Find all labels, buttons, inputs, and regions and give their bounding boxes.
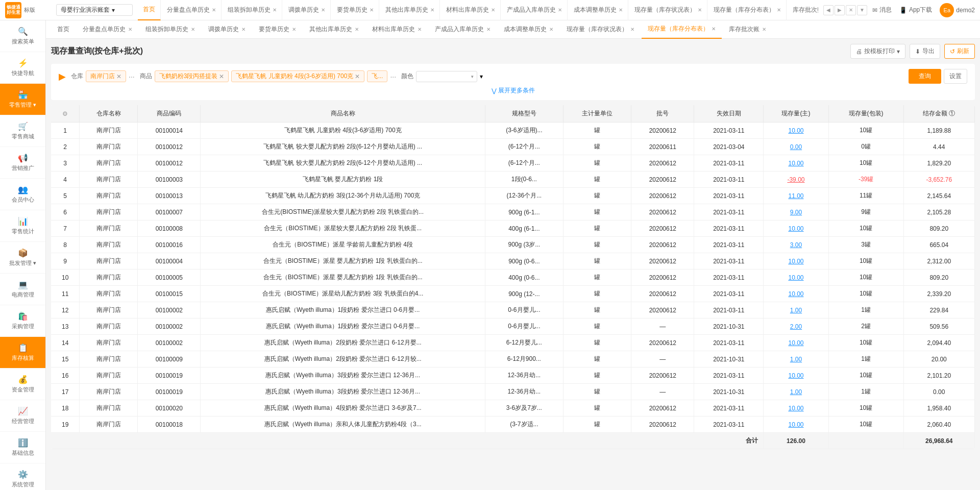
tab-prev-arrow[interactable]: ◀ (823, 5, 834, 15)
cell-qty-main[interactable]: 10.00 (764, 286, 828, 302)
cell-qty-main[interactable]: 10.00 (764, 416, 828, 433)
secondary-tab-close-batch_account2[interactable]: ✕ (762, 27, 766, 32)
secondary-tab-close-fen_pan2[interactable]: ✕ (128, 27, 132, 32)
secondary-tab-zu_chai2[interactable]: 组装拆卸单历史✕ (139, 20, 201, 39)
top-tab-close-product_in[interactable]: ✕ (558, 7, 562, 13)
cell-qty-main[interactable]: 10.00 (764, 253, 828, 270)
top-tab-fen_pan[interactable]: 分量盘点单历史✕ (162, 0, 222, 20)
qty-main-link[interactable]: 1.00 (790, 307, 802, 314)
app-download-btn[interactable]: 📱 App下载 (899, 6, 932, 14)
secondary-tab-close-stock_status2[interactable]: ✕ (630, 27, 634, 32)
sidebar-item-purchase_mgmt[interactable]: 🛍️采购管理 (0, 305, 45, 337)
cell-qty-main[interactable]: 3.00 (764, 237, 828, 253)
secondary-tab-close-material_out2[interactable]: ✕ (418, 27, 422, 32)
secondary-tab-home2[interactable]: 首页 (51, 20, 76, 39)
secondary-tab-cost_adj2[interactable]: 成本调整单历史✕ (498, 20, 559, 39)
sidebar-item-finance[interactable]: 💰资金管理 (0, 369, 45, 400)
top-tab-stock_dist[interactable]: 现存量（库存分布表）✕ (708, 0, 787, 20)
top-tab-close-diao_bo[interactable]: ✕ (321, 7, 325, 13)
cell-qty-main[interactable]: 2.00 (764, 318, 828, 335)
qty-main-link[interactable]: 10.00 (788, 421, 803, 428)
secondary-tab-close-zu_chai2[interactable]: ✕ (191, 27, 195, 32)
cell-qty-main[interactable]: 1.00 (764, 302, 828, 318)
qty-main-link[interactable]: 10.00 (788, 274, 803, 281)
top-tab-zu_chai[interactable]: 组装拆卸单历史✕ (223, 0, 282, 20)
qty-main-link[interactable]: 1.00 (790, 356, 802, 363)
secondary-tab-batch_account2[interactable]: 库存批次账✕ (723, 20, 772, 39)
secondary-tab-fen_pan2[interactable]: 分量盘点单历史✕ (77, 20, 138, 39)
settings-button[interactable]: 设置 (944, 69, 967, 84)
sidebar-item-search[interactable]: 🔍搜索英单 (0, 20, 45, 52)
secondary-tab-diao_bo2[interactable]: 调拨单历史✕ (202, 20, 252, 39)
cell-qty-main[interactable]: 10.00 (764, 155, 828, 172)
tab-menu-arrow[interactable]: ▼ (857, 5, 867, 15)
qty-main-link[interactable]: 10.00 (788, 127, 803, 134)
goods-tag-2-remove[interactable]: ✕ (355, 73, 360, 80)
query-button[interactable]: 查询 (909, 69, 941, 84)
cell-qty-main[interactable]: 10.00 (764, 368, 828, 384)
top-tab-close-stock_dist[interactable]: ✕ (777, 7, 781, 13)
qty-main-link[interactable]: -39.00 (787, 176, 804, 183)
industry-select[interactable]: 母婴行业演示账套 ▾ (56, 4, 133, 16)
cell-qty-main[interactable]: 1.00 (764, 351, 828, 368)
color-select[interactable] (416, 71, 477, 82)
warehouse-tag-remove[interactable]: ✕ (116, 73, 121, 80)
sidebar-item-retail_stats[interactable]: 📊零售统计 (0, 210, 45, 242)
user-area[interactable]: Ea demo2 (940, 3, 975, 17)
top-tab-close-material_out[interactable]: ✕ (491, 7, 495, 13)
top-tab-close-fen_pan[interactable]: ✕ (212, 7, 216, 13)
cell-qty-main[interactable]: -39.00 (764, 172, 828, 188)
top-tab-diao_bo[interactable]: 调拨单历史✕ (283, 0, 331, 20)
qty-main-link[interactable]: 10.00 (788, 225, 803, 232)
goods-tag-1-remove[interactable]: ✕ (219, 73, 224, 80)
sidebar-item-marketing[interactable]: 📢营销推广 (0, 147, 45, 179)
secondary-tab-close-yao_huo2[interactable]: ✕ (292, 27, 296, 32)
goods-more-btn[interactable]: ··· (390, 72, 396, 81)
top-tab-batch_account[interactable]: 库存批次账✕ (788, 0, 818, 20)
secondary-tab-other_out2[interactable]: 其他出库单历史✕ (303, 20, 365, 39)
tab-next-arrow[interactable]: ▶ (835, 5, 845, 15)
qty-main-link[interactable]: 10.00 (788, 372, 803, 379)
secondary-tab-close-other_out2[interactable]: ✕ (355, 27, 359, 32)
secondary-tab-stock_status2[interactable]: 现存量（库存状况表）✕ (560, 20, 641, 39)
top-tab-close-other_out[interactable]: ✕ (430, 7, 434, 13)
cell-qty-main[interactable]: 11.00 (764, 188, 828, 204)
qty-main-link[interactable]: 2.00 (790, 323, 802, 330)
secondary-tab-product_in2[interactable]: 产成品入库单历史✕ (429, 20, 497, 39)
qty-main-link[interactable]: 10.00 (788, 258, 803, 265)
qty-main-link[interactable]: 3.00 (790, 241, 802, 249)
qty-main-link[interactable]: 0.00 (790, 143, 802, 151)
qty-main-link[interactable]: 10.00 (788, 339, 803, 347)
top-tab-material_out[interactable]: 材料出库单历史✕ (441, 0, 501, 20)
secondary-tab-close-product_in2[interactable]: ✕ (486, 27, 491, 32)
warehouse-more-btn[interactable]: ··· (129, 72, 135, 81)
top-tab-home[interactable]: 首页 (138, 0, 161, 20)
qty-main-link[interactable]: 10.00 (788, 405, 803, 412)
qty-main-link[interactable]: 10.00 (788, 290, 803, 298)
sidebar-item-wholesale_mgmt[interactable]: 📦批发管理 ▾ (0, 242, 45, 274)
sidebar-item-inventory[interactable]: 📋库存核算 (0, 337, 45, 369)
secondary-tab-material_out2[interactable]: 材料出库单历史✕ (366, 20, 428, 39)
settings-icon[interactable]: ⚙ (62, 110, 68, 117)
col-settings[interactable]: ⚙ (51, 105, 80, 122)
cell-qty-main[interactable]: 1.00 (764, 384, 828, 400)
sidebar-item-ecommerce[interactable]: 💻电商管理 (0, 274, 45, 305)
qty-main-link[interactable]: 9.00 (790, 209, 802, 216)
secondary-tab-close-cost_adj2[interactable]: ✕ (549, 27, 553, 32)
qty-main-link[interactable]: 1.00 (790, 388, 802, 396)
secondary-tab-close-stock_dist2[interactable]: ✕ (712, 26, 716, 32)
sidebar-item-basic_info[interactable]: ℹ️基础信息 (0, 432, 45, 463)
sidebar-item-retail_mall[interactable]: 🛒零售商城 (0, 115, 45, 147)
sidebar-item-operations[interactable]: 📈经营管理 (0, 400, 45, 432)
qty-main-link[interactable]: 11.00 (788, 192, 803, 200)
sidebar-item-retail_mgmt[interactable]: 🏪零售管理 ▾ (0, 84, 45, 115)
message-btn[interactable]: ✉ 消息 (872, 6, 892, 14)
top-tab-product_in[interactable]: 产成品入库单历史✕ (502, 0, 568, 20)
top-tab-yao_huo[interactable]: 要货单历史✕ (332, 0, 379, 20)
top-tab-other_out[interactable]: 其他出库单历史✕ (380, 0, 440, 20)
secondary-tab-close-diao_bo2[interactable]: ✕ (241, 27, 246, 32)
cell-qty-main[interactable]: 10.00 (764, 400, 828, 416)
cell-qty-main[interactable]: 9.00 (764, 204, 828, 220)
tab-close-arrow[interactable]: ✕ (846, 5, 856, 15)
expand-more-btn[interactable]: ⋁ 展开更多条件 (492, 86, 535, 95)
